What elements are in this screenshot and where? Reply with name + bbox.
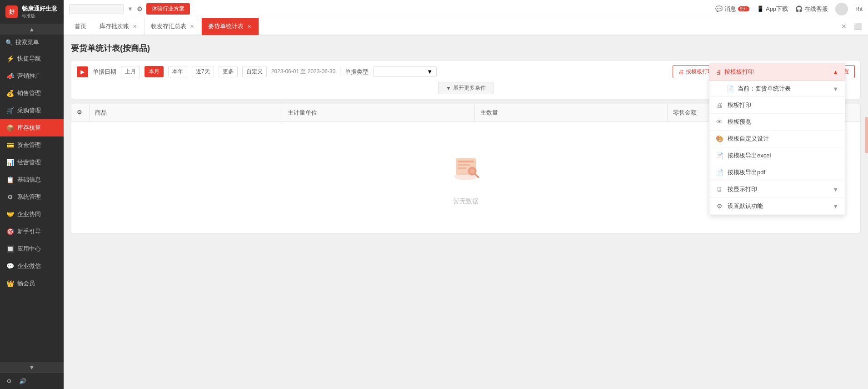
sidebar-item-label: 畅会员 xyxy=(17,279,35,288)
table-col-settings[interactable]: ⚙ xyxy=(71,104,90,121)
dropdown-title-text: 按模板打印 xyxy=(724,68,754,76)
sidebar-item-system[interactable]: ⚙ 系统管理 xyxy=(0,188,64,206)
current-template-chevron: ▼ xyxy=(833,86,838,92)
marketing-icon: 📣 xyxy=(6,72,14,80)
sidebar-item-corp-wechat[interactable]: 💬 企业微信 xyxy=(0,258,64,275)
dropdown-item-default-func[interactable]: ⚙ 设置默认功能 ▼ xyxy=(709,198,845,215)
scroll-down-btn[interactable]: ▼ xyxy=(0,362,64,373)
topbar-search-input[interactable] xyxy=(69,4,124,14)
dropdown-sub-item-label: 设置默认功能 xyxy=(728,202,763,210)
tabbar: 首页 库存批次账 ✕ 收发存汇总表 ✕ 要货单统计表 ✕ ✕ ⬜ xyxy=(64,18,868,35)
template-print-icon: 🖨 xyxy=(716,101,723,109)
date-btn-7days[interactable]: 近7天 xyxy=(192,66,214,77)
dropdown-item-template-export-excel[interactable]: 📄 按模板导出excel xyxy=(709,147,845,164)
scroll-indicator[interactable] xyxy=(865,117,868,153)
dropdown-close-btn[interactable]: ▲ xyxy=(833,69,838,76)
sidebar-item-base-info[interactable]: 📋 基础信息 xyxy=(0,171,64,188)
tab-inventory-batch[interactable]: 库存批次账 ✕ xyxy=(93,18,145,35)
sidebar-item-label: 快捷导航 xyxy=(17,55,41,63)
tab-order-stats[interactable]: 要货单统计表 ✕ xyxy=(202,18,259,35)
window-maximize-btn[interactable]: ⬜ xyxy=(852,23,863,30)
sidebar-item-newbie[interactable]: 🎯 新手引导 xyxy=(0,223,64,240)
template-preview-icon: 👁 xyxy=(716,118,723,126)
search-menu-label: 搜索菜单 xyxy=(15,38,39,46)
newbie-icon: 🎯 xyxy=(6,228,14,235)
sidebar-item-label: 经营管理 xyxy=(17,158,41,167)
sidebar-item-marketing[interactable]: 📣 营销推广 xyxy=(0,67,64,85)
template-export-pdf-icon: 📄 xyxy=(716,169,723,176)
dropdown-item-label: 按模板导出pdf xyxy=(728,168,765,177)
tab-close-inventory-batch[interactable]: ✕ xyxy=(132,24,138,30)
sidebar-item-member[interactable]: 👑 畅会员 xyxy=(0,275,64,292)
date-btn-last-month[interactable]: 上月 xyxy=(121,66,140,77)
date-filter-label: 单据日期 xyxy=(93,68,116,76)
message-btn[interactable]: 💬 消息 99+ xyxy=(715,5,749,13)
window-close-btn[interactable]: ✕ xyxy=(839,23,848,30)
sidebar-item-label: 资金管理 xyxy=(17,141,41,149)
sidebar-item-finance[interactable]: 💳 资金管理 xyxy=(0,136,64,154)
app-download-label: App下载 xyxy=(766,5,788,13)
printer-icon: 🖨 xyxy=(678,69,684,75)
filter-toggle-btn[interactable]: ▶ xyxy=(77,66,88,77)
tab-receipts-summary[interactable]: 收发存汇总表 ✕ xyxy=(145,18,202,35)
sidebar-item-label: 库存核算 xyxy=(17,124,41,132)
sidebar-item-label: 企业协同 xyxy=(17,210,41,218)
dropdown-item-label: 按模板导出excel xyxy=(728,152,771,160)
tab-home[interactable]: 首页 xyxy=(68,18,93,35)
expand-label: 展开更多条件 xyxy=(453,84,486,92)
date-btn-this-year[interactable]: 本年 xyxy=(168,66,187,77)
online-service-btn[interactable]: 🎧 在线客服 xyxy=(795,5,828,13)
dropdown-item-template-export-pdf[interactable]: 📄 按模板导出pdf xyxy=(709,164,845,181)
date-btn-more[interactable]: 更多 xyxy=(219,66,238,77)
dropdown-item-label: 模板自定义设计 xyxy=(728,135,769,143)
sidebar-item-quick-nav[interactable]: ⚡ 快捷导航 xyxy=(0,50,64,67)
dropdown-item-template-print[interactable]: 🖨 模板打印 xyxy=(709,97,845,114)
corp-wechat-icon: 💬 xyxy=(6,263,14,270)
sidebar-item-operations[interactable]: 📊 经营管理 xyxy=(0,154,64,171)
topbar: ▼ ⚙ 体验行业方案 💬 消息 99+ 📱 App下载 🎧 在线客服 Rit xyxy=(64,0,868,18)
sidebar-item-sales[interactable]: 💰 销售管理 xyxy=(0,85,64,102)
inventory-icon: 📦 xyxy=(6,124,14,131)
username-label: Rit xyxy=(855,5,863,12)
dropdown-item-template-design[interactable]: 🎨 模板自定义设计 xyxy=(709,131,845,147)
trial-btn[interactable]: 体验行业方案 xyxy=(146,3,190,15)
corp-collab-icon: 🤝 xyxy=(6,211,14,218)
dropdown-current-template[interactable]: 📄 当前：要货单统计表 ▼ xyxy=(709,81,845,97)
current-template-icon: 📄 xyxy=(727,86,734,92)
base-info-icon: 📋 xyxy=(6,176,14,183)
footer-settings-icon[interactable]: ⚙ xyxy=(6,378,12,384)
table-col-quantity: 主数量 xyxy=(475,104,668,121)
operations-icon: 📊 xyxy=(6,159,14,166)
sidebar-item-app-center[interactable]: 🔲 应用中心 xyxy=(0,240,64,258)
user-avatar[interactable] xyxy=(835,3,848,15)
app-download-btn[interactable]: 📱 App下载 xyxy=(757,5,788,13)
topbar-settings-icon[interactable]: ⚙ xyxy=(137,5,143,13)
date-btn-custom[interactable]: 自定义 xyxy=(242,66,267,77)
type-filter-select[interactable]: ▼ xyxy=(373,66,437,77)
print-header-icon: 🖨 xyxy=(716,69,722,76)
app-tag: 标准版 xyxy=(22,13,57,19)
sidebar-item-corp-collab[interactable]: 🤝 企业协同 xyxy=(0,206,64,223)
dropdown-item-label: 模板预览 xyxy=(728,118,751,126)
tab-label: 收发存汇总表 xyxy=(151,22,186,30)
tab-close-receipts-summary[interactable]: ✕ xyxy=(189,24,195,30)
date-btn-this-month[interactable]: 本月 xyxy=(145,66,164,77)
online-service-label: 在线客服 xyxy=(804,5,828,13)
default-func-chevron: ▼ xyxy=(833,203,838,210)
headset-icon: 🎧 xyxy=(795,5,803,12)
scroll-up-btn[interactable]: ▲ xyxy=(0,24,64,35)
tab-label: 要货单统计表 xyxy=(208,22,244,30)
print-dropdown: 🖨 按模板打印 ▲ 📄 当前：要货单统计表 ▼ 🖨 模板打印 👁 模板预览 🎨 … xyxy=(709,63,845,215)
date-range-display: 2023-06-01 至 2023-06-30 xyxy=(271,68,335,76)
sidebar-item-label: 新手引导 xyxy=(17,227,41,236)
topbar-chevron-icon[interactable]: ▼ xyxy=(127,5,133,12)
tab-close-order-stats[interactable]: ✕ xyxy=(246,24,252,30)
sidebar-item-purchase[interactable]: 🛒 采购管理 xyxy=(0,102,64,119)
footer-sound-icon[interactable]: 🔊 xyxy=(19,378,26,384)
sidebar-item-inventory[interactable]: 📦 库存核算 xyxy=(0,119,64,136)
dropdown-item-template-preview[interactable]: 👁 模板预览 xyxy=(709,114,845,131)
expand-more-btn[interactable]: ▼ 展开更多条件 xyxy=(438,82,494,94)
dropdown-item-display-print[interactable]: 🖥 按显示打印 ▼ xyxy=(709,181,845,198)
empty-text: 暂无数据 xyxy=(453,197,479,206)
search-menu-btn[interactable]: 🔍 搜索菜单 xyxy=(0,35,64,50)
